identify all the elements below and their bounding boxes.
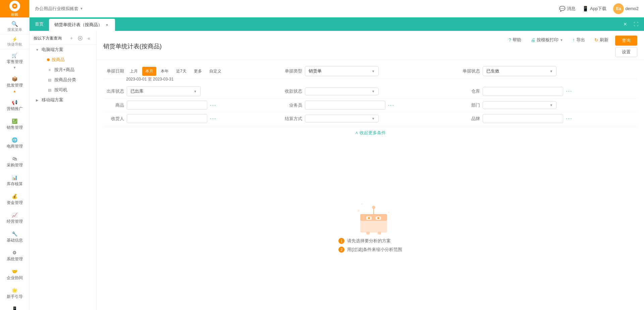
date-btn-custom[interactable]: 自定义 <box>206 67 224 76</box>
date-btn-this-year[interactable]: 本年 <box>158 67 172 76</box>
filter-row-3: 商品 ··· 业务员 ··· 部门 <box>103 99 637 112</box>
goods-input[interactable] <box>127 101 207 110</box>
sidebar-item-operations[interactable]: 📈 经营管理 <box>0 209 29 228</box>
print-btn[interactable]: 🖨 按模板打印 ▼ <box>528 36 566 44</box>
edit-scheme-btn[interactable] <box>77 35 84 42</box>
page-header-right: ? 帮助 🖨 按模板打印 ▼ ↑ 导出 ↻ <box>506 36 637 57</box>
print-dropdown-arrow: ▼ <box>560 38 563 42</box>
goods-input-area: ··· <box>127 101 281 110</box>
filter-cell-payment: 结算方式 ▼ <box>281 112 460 125</box>
avatar: Ea <box>613 3 624 14</box>
sidebar-quicknav[interactable]: ⚡ 快捷导航 <box>0 35 29 49</box>
collapse-panel-btn[interactable]: « <box>86 35 92 42</box>
out-status-value: 已出库 <box>130 88 144 94</box>
tab-close-all-btn[interactable]: ✕ <box>621 20 629 28</box>
query-button[interactable]: 查询 <box>615 36 637 46</box>
page-title: 销货单统计表(按商品) <box>103 42 162 50</box>
sidebar-item-finance[interactable]: 💰 资金管理 <box>0 190 29 209</box>
sidebar-item-purchase[interactable]: 🛍 采购管理 <box>0 153 29 171</box>
receipt-status-selector[interactable]: ▼ <box>305 88 379 95</box>
hint-text-2: 用[过滤]条件来缩小分析范围 <box>347 247 402 253</box>
date-range-text: 2023-03-01 至 2023-03-31 <box>126 77 173 82</box>
tree-node-mobile-group[interactable]: ▶ 移动端方案 <box>30 95 96 105</box>
company-selector[interactable]: 办公用品行业模拟账套 ▼ <box>35 6 83 12</box>
app-logo: 标账 <box>0 0 30 17</box>
sidebar-item-appcenter[interactable]: 📱 应用中心 <box>0 303 29 310</box>
help-btn[interactable]: ? 帮助 <box>506 36 524 44</box>
tab-sales-stats[interactable]: 销货单统计表（按商品） × <box>49 19 115 31</box>
sidebar-item-basic[interactable]: 🔧 基础信息 <box>0 228 29 247</box>
department-label: 部门 <box>459 102 483 108</box>
svg-point-13 <box>361 203 363 205</box>
sidebar-item-enterprise[interactable]: 🤝 企业协同 <box>0 265 29 284</box>
content: 按以下方案查询 ＋ « ▼ 电脑端方案 <box>30 31 644 310</box>
tree-node-by-driver[interactable]: ▤ 按司机 <box>38 85 96 95</box>
app-download-btn[interactable]: 📱 App下载 <box>582 6 606 12</box>
page-action-btns: ? 帮助 🖨 按模板打印 ▼ ↑ 导出 ↻ <box>506 36 611 44</box>
settings-button[interactable]: 设置 <box>615 47 637 57</box>
left-panel-header: 按以下方案查询 ＋ « <box>30 31 96 45</box>
tree-node-by-category[interactable]: ▤ 按商品分类 <box>38 75 96 85</box>
active-tab-label: 销货单统计表（按商品） <box>54 22 102 28</box>
messages-btn[interactable]: 💬 消息 <box>559 6 576 12</box>
filter-cell-goods: 商品 ··· <box>103 99 281 112</box>
svg-point-12 <box>388 212 389 213</box>
doc-type-label: 单据类型 <box>281 68 305 74</box>
warehouse-more-btn[interactable]: ··· <box>565 88 574 94</box>
sidebar-item-wholesale[interactable]: 📦 批发管理 ▲ <box>0 73 29 96</box>
doc-status-selector[interactable]: 已生效 ▼ <box>483 66 556 76</box>
tree-node-by-product[interactable]: 按商品 <box>38 55 96 65</box>
sidebar-item-ecommerce[interactable]: 🌐 电商管理 <box>0 134 29 153</box>
refresh-btn[interactable]: ↻ 刷新 <box>592 36 611 44</box>
warehouse-input[interactable] <box>483 87 563 96</box>
doc-status-label: 单据状态 <box>459 68 483 74</box>
left-panel: 按以下方案查询 ＋ « ▼ 电脑端方案 <box>30 31 97 310</box>
empty-hints: 1 请先选择要分析的方案 2 用[过滤]条件来缩小分析范围 <box>338 238 402 253</box>
receipt-status-label: 收款状态 <box>281 88 305 94</box>
sidebar-item-sales[interactable]: 💹 销售管理 <box>0 115 29 134</box>
date-btn-more[interactable]: 更多 <box>191 67 205 76</box>
department-selector[interactable]: ▼ <box>483 101 556 109</box>
sidebar-item-inventory[interactable]: 📊 库存核算 <box>0 171 29 190</box>
svg-point-2 <box>79 38 81 39</box>
add-scheme-btn[interactable]: ＋ <box>68 35 75 42</box>
sidebar-search[interactable]: 🔍 搜索菜单 <box>0 17 29 35</box>
tree-node-desktop-label: 电脑端方案 <box>42 47 63 53</box>
sidebar-item-retail[interactable]: 🛒 零售管理 ▼ <box>0 49 29 73</box>
receiver-input[interactable] <box>127 114 207 123</box>
export-btn[interactable]: ↑ 导出 <box>570 36 588 44</box>
sidebar-item-system[interactable]: ⚙ 系统管理 <box>0 247 29 265</box>
sidebar-item-newbie[interactable]: 🌟 新手引导 <box>0 284 29 303</box>
filter-area: 单据日期 上月 本月 本年 近7天 更多 自定义 单据类型 <box>97 60 644 141</box>
out-status-selector[interactable]: 已出库 ▼ <box>127 86 201 96</box>
goods-more-btn[interactable]: ··· <box>209 102 218 108</box>
tab-home[interactable]: 首页 <box>30 17 49 31</box>
date-btn-this-month[interactable]: 本月 <box>142 67 156 76</box>
collapse-more-btn[interactable]: ∧ 收起更多条件 <box>103 127 637 137</box>
filter-cell-doc-type: 单据类型 销货单 ▼ <box>281 64 460 79</box>
payment-selector[interactable]: ▼ <box>305 115 379 122</box>
date-btn-recent7[interactable]: 近7天 <box>173 67 190 76</box>
topbar-right: 💬 消息 📱 App下载 Ea demo2 <box>559 3 639 14</box>
tree-node-desktop-group[interactable]: ▼ 电脑端方案 <box>30 45 96 55</box>
salesperson-more-btn[interactable]: ··· <box>387 102 396 108</box>
tab-close-btn[interactable]: × <box>104 22 110 28</box>
query-settings-group: 查询 设置 <box>615 36 637 57</box>
date-btn-prev-month[interactable]: 上月 <box>127 67 141 76</box>
receiver-more-btn[interactable]: ··· <box>209 116 218 122</box>
empty-state: 1 请先选择要分析的方案 2 用[过滤]条件来缩小分析范围 <box>97 141 644 310</box>
salesperson-input[interactable] <box>305 101 385 110</box>
tree-node-by-month-product[interactable]: ≡ 按月+商品 <box>38 65 96 75</box>
tree-node-category-label: 按商品分类 <box>54 77 76 83</box>
right-content: 销货单统计表(按商品) ? 帮助 🖨 按模板打印 ▼ ↑ <box>97 31 644 310</box>
filter-cell-salesperson: 业务员 ··· <box>281 99 460 112</box>
brand-input[interactable] <box>483 114 563 123</box>
logo-icon <box>9 1 20 11</box>
user-profile[interactable]: Ea demo2 <box>613 3 639 14</box>
sidebar-item-marketing[interactable]: 📢 营销推广 <box>0 96 29 115</box>
brand-more-btn[interactable]: ··· <box>565 116 574 122</box>
tree-node-driver-label: 按司机 <box>54 87 67 93</box>
svg-rect-14 <box>366 232 370 235</box>
doc-type-selector[interactable]: 销货单 ▼ <box>305 66 379 76</box>
tab-expand-btn[interactable]: ⛶ <box>632 20 640 28</box>
